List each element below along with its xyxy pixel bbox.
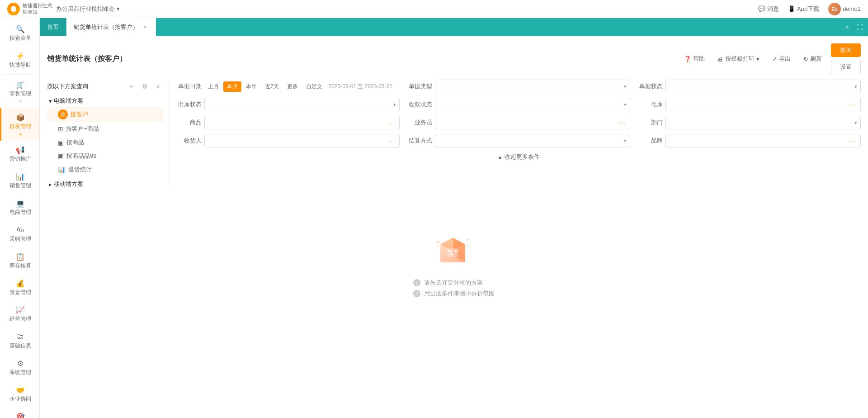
- date-tab-last-month[interactable]: 上月: [204, 81, 222, 92]
- help-button[interactable]: ❓ 帮助: [680, 53, 708, 65]
- filter-row-2: 出库状态 ▾ 收款状态 ▾: [176, 98, 861, 111]
- by-customer-icon: 按: [58, 109, 68, 119]
- empty-tip-2: 2 用过滤条件来缩小分析范围: [413, 290, 495, 298]
- refresh-button[interactable]: ↻ 刷新: [800, 53, 826, 65]
- sidebar-item-search[interactable]: 🔍 搜索菜单: [0, 20, 39, 47]
- sidebar-item-system[interactable]: ⚙ 系统管理: [0, 354, 39, 381]
- payment-status-filter-group: 收款状态 ▾: [407, 98, 630, 111]
- tree-group-mobile[interactable]: ▸ 移动端方案: [47, 178, 163, 190]
- recipient-filter-group: 收货人 ···: [176, 134, 400, 147]
- settings-icon: ⚙: [142, 83, 148, 90]
- template-print-button[interactable]: 🖨 按模板打印 ▾: [714, 53, 763, 65]
- tree-expand-right-icon: ▸: [49, 181, 52, 188]
- salesperson-filter-group: 业务员 ···: [407, 116, 630, 129]
- export-button[interactable]: ↗ 导出: [769, 53, 794, 65]
- warehouse-label: 仓库: [637, 100, 663, 109]
- doc-type-control: ▾: [435, 80, 630, 93]
- tab-close-all-button[interactable]: ×: [843, 23, 852, 32]
- sidebar-item-basic[interactable]: 🗂 基础信息: [0, 328, 39, 354]
- salesperson-input[interactable]: [435, 116, 630, 129]
- sidebar-item-newbie[interactable]: 🎯 新手引导: [0, 408, 39, 418]
- active-tab-label: 销货单统计表（按客户）: [74, 23, 138, 31]
- sidebar-item-inventory[interactable]: 📋 库存核算: [0, 247, 39, 274]
- header-left: 畅捷通好生意 标准版 办公用品行业模拟账套 ▾: [7, 3, 120, 15]
- basic-icon: 🗂: [16, 332, 25, 341]
- sidebar-item-wholesale[interactable]: 📦 批发管理 ▴: [0, 108, 39, 141]
- date-label: 单据日期: [176, 82, 202, 90]
- user-profile[interactable]: Ea demo2: [828, 3, 861, 15]
- brand-input[interactable]: [665, 134, 861, 147]
- tab-close-button[interactable]: ×: [141, 24, 148, 31]
- date-tab-this-year[interactable]: 本年: [242, 81, 260, 92]
- collapse-panel-button[interactable]: «: [153, 81, 163, 91]
- collapse-more-button[interactable]: ▲ 收起更多条件: [176, 149, 861, 165]
- sidebar-item-ecommerce[interactable]: 💻 电商管理: [0, 194, 39, 221]
- settlement-input[interactable]: [435, 134, 630, 147]
- department-control: ▾: [665, 116, 861, 129]
- purchase-icon: 🛍: [16, 225, 25, 234]
- doc-type-input[interactable]: [435, 80, 630, 93]
- wholesale-icon: 📦: [16, 113, 25, 122]
- recipient-input[interactable]: [204, 134, 400, 147]
- tree-item-by-customer[interactable]: 按 按客户: [47, 107, 163, 122]
- product-input[interactable]: [204, 116, 400, 129]
- scheme-settings-button[interactable]: ⚙: [140, 81, 150, 91]
- avatar: Ea: [828, 3, 841, 15]
- export-icon: ↗: [772, 56, 777, 62]
- sidebar-item-sales[interactable]: 📊 销售管理: [0, 167, 39, 194]
- help-icon: ❓: [684, 56, 691, 62]
- add-scheme-button[interactable]: ＋: [126, 81, 136, 91]
- header-right: 💬 消息 📱 App下载 Ea demo2: [758, 3, 861, 15]
- tree-item-return-stats[interactable]: 📊 退货统计: [47, 163, 163, 176]
- tree-item-by-product[interactable]: ▣ 按商品: [47, 136, 163, 149]
- box-icon: ▣: [58, 139, 64, 146]
- svg-point-8: [437, 241, 439, 243]
- industry-selector[interactable]: 办公用品行业模拟账套 ▾: [56, 5, 120, 13]
- date-range-text: 2023-03-01 至 2023-03-31: [329, 83, 392, 90]
- sidebar-item-retail[interactable]: 🛒 零售管理 ▾: [0, 76, 39, 108]
- sidebar-item-enterprise[interactable]: 🤝 企业协同: [0, 381, 39, 408]
- date-tab-custom[interactable]: 自定义: [302, 81, 326, 92]
- content-wrapper: 销货单统计表（按客户） ❓ 帮助 🖨 按模板打印 ▾ ↗ 导出: [40, 36, 868, 418]
- warehouse-input[interactable]: [665, 98, 861, 111]
- sidebar-item-marketing[interactable]: 📢 营销推广: [0, 141, 39, 167]
- query-settings-group: 查询 设置: [831, 43, 861, 74]
- tab-maximize-button[interactable]: ⛶: [855, 23, 864, 32]
- left-panel-title: 按以下方案查询: [47, 82, 88, 90]
- tree-item-by-product-99[interactable]: ▣ 按商品品99: [47, 149, 163, 163]
- date-tab-7days[interactable]: 近7天: [261, 81, 283, 92]
- settings-button[interactable]: 设置: [831, 60, 861, 74]
- sidebar-item-finance[interactable]: 💰 资金管理: [0, 274, 39, 301]
- home-tab-label: 首页: [47, 23, 59, 31]
- date-tabs: 上月 本月 本年 近7天 更多 自定义: [204, 81, 326, 92]
- tree-group-desktop[interactable]: ▾ 电脑端方案: [47, 95, 163, 107]
- collapse-icon: «: [156, 83, 160, 90]
- date-filter-group: 单据日期 上月 本月 本年 近7天 更多 自定义 20: [176, 81, 400, 92]
- payment-status-input[interactable]: [435, 98, 630, 111]
- svg-rect-4: [447, 248, 458, 257]
- query-button[interactable]: 查询: [831, 43, 861, 57]
- sidebar-item-purchase[interactable]: 🛍 采购管理: [0, 221, 39, 247]
- main-content: 首页 销货单统计表（按客户） × × ⛶ 销货单统计表（按客户） ❓ 帮助: [40, 18, 868, 418]
- brand-control: ···: [665, 134, 861, 147]
- svg-line-11: [467, 243, 470, 247]
- message-button[interactable]: 💬 消息: [758, 5, 779, 13]
- out-status-input[interactable]: [204, 98, 400, 111]
- operation-icon: 📈: [16, 305, 25, 314]
- out-status-control: ▾: [204, 98, 400, 111]
- sidebar-item-quick-nav[interactable]: ⚡ 快捷导航: [0, 47, 39, 73]
- tree-item-by-customer-product[interactable]: ⊞ 按客户+商品: [47, 122, 163, 136]
- tab-sales-stats[interactable]: 销货单统计表（按客户） ×: [66, 18, 156, 36]
- tab-home[interactable]: 首页: [40, 18, 66, 36]
- date-tab-this-month[interactable]: 本月: [223, 81, 241, 92]
- date-tab-more[interactable]: 更多: [283, 81, 302, 92]
- doc-status-input[interactable]: [665, 80, 861, 93]
- sales-icon: 📊: [16, 172, 25, 181]
- sidebar-item-operation[interactable]: 📈 经营管理: [0, 301, 39, 328]
- filter-row-1: 单据日期 上月 本月 本年 近7天 更多 自定义 20: [176, 80, 861, 93]
- department-label: 部门: [637, 119, 663, 127]
- finance-icon: 💰: [16, 279, 25, 288]
- app-download-button[interactable]: 📱 App下载: [788, 5, 819, 13]
- doc-status-control: ▾: [665, 80, 861, 93]
- department-input[interactable]: [665, 116, 861, 129]
